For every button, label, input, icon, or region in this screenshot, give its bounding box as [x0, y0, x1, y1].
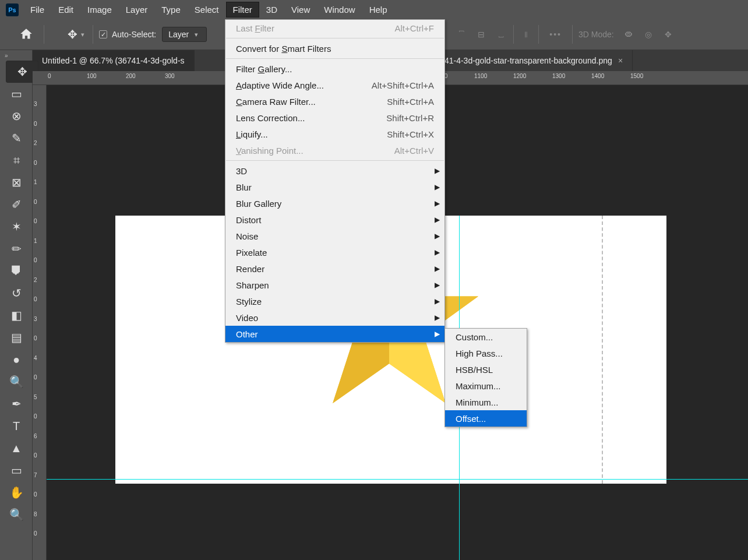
menu-separator: [226, 160, 444, 161]
expand-toolbar[interactable]: »: [0, 50, 32, 61]
healing-tool[interactable]: ✶: [0, 216, 33, 238]
menu-separator: [226, 38, 444, 38]
stamp-tool[interactable]: ⛊: [0, 260, 33, 282]
menu-item-camera-raw-filter-[interactable]: Camera Raw Filter...Shift+Ctrl+A: [225, 93, 444, 110]
crop-tool[interactable]: ⌗: [0, 149, 33, 171]
menu-help[interactable]: Help: [362, 2, 394, 17]
ruler-tick: 0: [34, 492, 37, 498]
marquee-tool[interactable]: ▭: [0, 83, 33, 105]
menu-filter[interactable]: Filter: [226, 2, 259, 17]
pen-tool[interactable]: ✒: [0, 393, 33, 415]
menu-shortcut: Alt+Shift+Ctrl+A: [348, 80, 434, 90]
menu-window[interactable]: Window: [317, 2, 362, 17]
ruler-tick: 0: [34, 219, 37, 224]
menu-item-pixelate[interactable]: Pixelate▶: [225, 244, 444, 260]
dodge-tool[interactable]: 🔍: [0, 371, 33, 393]
menu-item-offset-[interactable]: Offset...: [445, 410, 527, 427]
ruler-vertical[interactable]: 30201001020304050607080: [33, 85, 47, 560]
more-icon[interactable]: •••: [549, 30, 562, 39]
distribute-icon[interactable]: ⦀: [524, 30, 528, 40]
menu-item-distort[interactable]: Distort▶: [225, 212, 444, 228]
menu-type[interactable]: Type: [154, 2, 188, 17]
hand-tool[interactable]: ✋: [0, 481, 33, 503]
gradient-tool[interactable]: ▤: [0, 326, 33, 348]
separator: [93, 25, 93, 44]
menu-item-stylize[interactable]: Stylize▶: [225, 293, 444, 309]
brush-tool[interactable]: ✏: [0, 238, 33, 260]
ruler-tick: 0: [34, 336, 37, 341]
menu-item-filter-gallery-[interactable]: Filter Gallery...: [225, 61, 444, 77]
roll-icon[interactable]: ◎: [642, 28, 655, 41]
eyedropper-tool[interactable]: ✐: [0, 193, 33, 216]
menu-item-label: Pixelate: [236, 248, 267, 258]
chevron-down-icon[interactable]: ▾: [81, 31, 84, 38]
tab-untitled[interactable]: Untitled-1 @ 66.7% (36741-4-3d-gold-s: [33, 50, 195, 71]
menu-layer[interactable]: Layer: [119, 2, 155, 17]
menu-item-3d[interactable]: 3D▶: [225, 163, 444, 179]
menu-item-label: Sharpen: [236, 280, 269, 290]
path-select-tool[interactable]: ▲: [0, 437, 33, 459]
menu-edit[interactable]: Edit: [51, 2, 80, 17]
lasso-tool[interactable]: ⊗: [0, 105, 33, 127]
menu-item-label: Blur Gallery: [236, 199, 281, 209]
menu-item-custom-[interactable]: Custom...: [445, 329, 527, 345]
menu-item-label: Lens Correction...: [236, 113, 305, 123]
quick-select-tool[interactable]: ✎: [0, 127, 33, 149]
menu-item-adaptive-wide-angle-[interactable]: Adaptive Wide Angle...Alt+Shift+Ctrl+A: [225, 77, 444, 93]
ruler-tick: 5: [34, 395, 37, 400]
menu-file[interactable]: File: [23, 2, 51, 17]
orbit-icon[interactable]: ⭖: [622, 28, 635, 41]
menu-shortcut: Alt+Ctrl+V: [371, 146, 434, 156]
filter-other-submenu: Custom...High Pass...HSB/HSLMaximum...Mi…: [444, 328, 527, 427]
submenu-arrow-icon: ▶: [435, 314, 440, 322]
menu-item-label: Noise: [236, 231, 258, 241]
tab-star-png[interactable]: 36741-4-3d-gold-star-transparent-backgro…: [422, 50, 633, 71]
menu-item-sharpen[interactable]: Sharpen▶: [225, 277, 444, 293]
menu-item-other[interactable]: Other▶: [225, 326, 444, 342]
zoom-tool[interactable]: 🔍: [0, 503, 33, 526]
menu-view[interactable]: View: [284, 2, 317, 17]
menu-item-blur[interactable]: Blur▶: [225, 179, 444, 195]
align-bottom-icon[interactable]: ⎵: [495, 28, 507, 41]
menu-3d[interactable]: 3D: [259, 2, 284, 17]
menu-image[interactable]: Image: [80, 2, 119, 17]
menu-item-liquify-[interactable]: Liquify...Shift+Ctrl+X: [225, 126, 444, 142]
home-button[interactable]: [15, 23, 38, 46]
menu-item-maximum-[interactable]: Maximum...: [445, 378, 527, 394]
menu-item-noise[interactable]: Noise▶: [225, 228, 444, 244]
ruler-tick: 1100: [474, 73, 487, 79]
type-tool[interactable]: T: [0, 415, 33, 437]
menu-item-video[interactable]: Video▶: [225, 309, 444, 326]
menu-item-minimum-[interactable]: Minimum...: [445, 394, 527, 410]
menu-item-label: HSB/HSL: [456, 365, 493, 375]
target-select[interactable]: Layer ▾: [162, 27, 207, 42]
ruler-tick: 4: [34, 355, 37, 361]
menu-item-render[interactable]: Render▶: [225, 260, 444, 277]
eraser-tool[interactable]: ◧: [0, 304, 33, 326]
menu-item-blur-gallery[interactable]: Blur Gallery▶: [225, 195, 444, 212]
menu-item-high-pass-[interactable]: High Pass...: [445, 345, 527, 361]
menu-item-hsb-hsl[interactable]: HSB/HSL: [445, 361, 527, 378]
filter-menu: Last FilterAlt+Ctrl+FConvert for Smart F…: [225, 19, 445, 343]
menu-item-convert-for-smart-filters[interactable]: Convert for Smart Filters: [225, 40, 444, 57]
pan-icon[interactable]: ✥: [662, 28, 675, 41]
menu-item-lens-correction-[interactable]: Lens Correction...Shift+Ctrl+R: [225, 110, 444, 126]
align-top-icon[interactable]: ⎴: [455, 28, 468, 41]
frame-tool[interactable]: ⊠: [0, 171, 33, 193]
menu-shortcut: Shift+Ctrl+R: [363, 113, 434, 123]
menu-item-label: Minimum...: [456, 397, 498, 407]
menu-item-label: Custom...: [456, 332, 493, 342]
shape-tool[interactable]: ▭: [0, 459, 33, 481]
guide-horizontal[interactable]: [47, 479, 748, 480]
auto-select-checkbox[interactable]: ✓: [99, 30, 107, 38]
menu-select[interactable]: Select: [188, 2, 226, 17]
ruler-tick: 300: [165, 73, 175, 79]
ruler-tick: 1200: [513, 73, 526, 79]
move-icon: ✥: [68, 27, 77, 41]
3d-mode-label: 3D Mode:: [578, 30, 614, 39]
align-vcenter-icon[interactable]: ⊟: [475, 28, 488, 41]
submenu-arrow-icon: ▶: [435, 183, 440, 191]
blur-tool[interactable]: ●: [0, 348, 33, 371]
history-brush-tool[interactable]: ↺: [0, 282, 33, 304]
close-icon[interactable]: ×: [618, 56, 623, 65]
